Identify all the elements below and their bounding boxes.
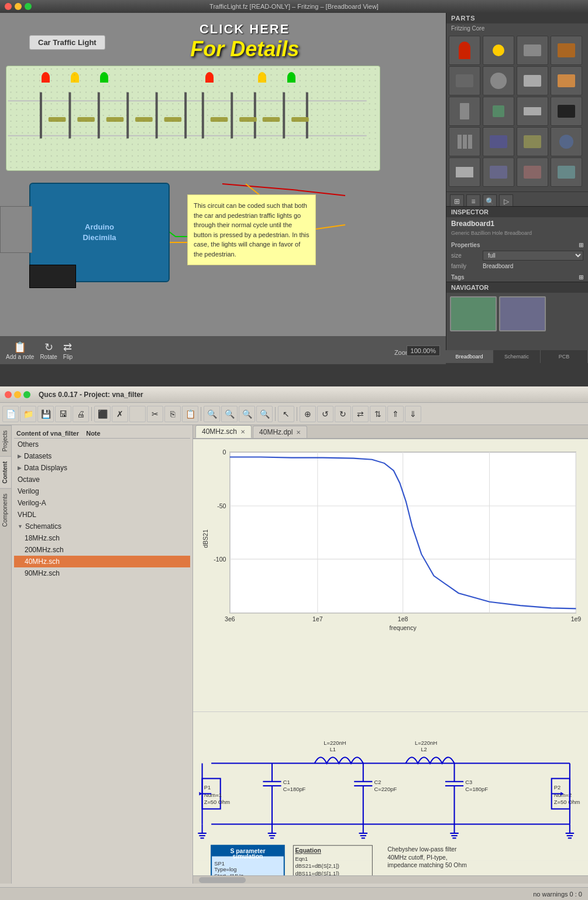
properties-section: Properties ⊞ [446, 241, 588, 249]
new-button[interactable]: 📄 [2, 406, 19, 422]
select-button[interactable]: ↖ [278, 406, 294, 422]
tree-item-18mhz[interactable]: 18MHz.sch [14, 532, 190, 544]
toolbar-separator [297, 407, 297, 421]
svg-text:dBS11=dB(S[1,1]): dBS11=dB(S[1,1]) [295, 871, 339, 875]
breadboard-tab[interactable]: Breadboard [446, 350, 493, 363]
view-tabs: Breadboard Schematic PCB [446, 350, 588, 363]
rotate-cw-button[interactable]: ↻ [335, 406, 351, 422]
pcb-tab[interactable]: PCB [541, 350, 588, 363]
tree-item-vhdl[interactable]: VHDL [14, 509, 190, 521]
qucs-minimize-button[interactable] [14, 391, 21, 398]
tree-item-40mhz[interactable]: 40MHz.sch [14, 556, 190, 567]
flip-v-button[interactable]: ⇅ [370, 406, 386, 422]
tags-section: Tags ⊞ [446, 273, 588, 282]
zoom-fit-button[interactable]: 🔍 [256, 406, 273, 422]
tree-item-others[interactable]: Others [14, 439, 190, 450]
part-item[interactable] [551, 127, 582, 156]
part-item[interactable] [483, 127, 514, 156]
qucs-tab-bar: 40MHz.sch ✕ 40MHz.dpl ✕ [193, 425, 588, 439]
delete-button[interactable]: ⬛ [94, 406, 111, 422]
tab-40mhz-dpl[interactable]: 40MHz.dpl ✕ [253, 426, 307, 438]
tab-close-icon[interactable]: ✕ [240, 429, 245, 435]
zoom-in-button[interactable]: 🔍 [204, 406, 220, 422]
svg-text:C2: C2 [374, 779, 381, 785]
svg-text:Equation: Equation [295, 847, 321, 854]
part-item[interactable] [449, 158, 480, 187]
zoom-out-button[interactable]: 🔍 [239, 406, 255, 422]
part-item[interactable] [449, 127, 480, 156]
svg-text:dBS21: dBS21 [202, 529, 209, 548]
part-item[interactable] [517, 127, 548, 156]
qucs-maximize-button[interactable] [23, 391, 30, 398]
part-item[interactable] [551, 36, 582, 65]
part-item[interactable] [483, 158, 514, 187]
breadboard-thumb[interactable] [450, 296, 497, 331]
undo-button[interactable]: ✗ [112, 406, 128, 422]
tab-close-icon[interactable]: ✕ [296, 429, 301, 436]
maximize-button[interactable] [25, 3, 32, 10]
cut-button[interactable]: ✂ [147, 406, 163, 422]
part-item[interactable] [517, 66, 548, 95]
zoom-in2-button[interactable]: 🔍 [221, 406, 238, 422]
horizontal-scrollbar[interactable] [193, 875, 588, 884]
redo-button[interactable] [129, 406, 146, 422]
part-item[interactable] [483, 97, 514, 126]
align-button[interactable]: ⇑ [387, 406, 404, 422]
minimize-button[interactable] [15, 3, 22, 10]
qucs-close-button[interactable] [5, 391, 12, 398]
part-item[interactable] [449, 66, 480, 95]
print-button[interactable]: 🖨 [73, 406, 89, 422]
saveas-button[interactable]: 🖫 [55, 406, 71, 422]
rotate-ccw-button[interactable]: ↺ [317, 406, 333, 422]
insert-port-button[interactable]: ⊕ [300, 406, 316, 422]
part-item[interactable] [517, 158, 548, 187]
scrollbar-thumb[interactable] [199, 877, 246, 883]
svg-rect-20 [263, 117, 280, 122]
size-select[interactable]: full [483, 251, 583, 261]
tree-item-datasets[interactable]: ▶ Datasets [14, 450, 190, 462]
schematic-thumb[interactable] [499, 296, 546, 331]
open-button[interactable]: 📁 [20, 406, 36, 422]
svg-text:frequency: frequency [389, 624, 417, 631]
content-tab[interactable]: Content [0, 456, 11, 488]
zoom-value: 100.00% [407, 345, 440, 356]
rotate-button[interactable]: ↻ Rotate [40, 341, 57, 360]
schematic-tab[interactable]: Schematic [493, 350, 541, 363]
copy-button[interactable]: ⎘ [164, 406, 181, 422]
part-item[interactable] [483, 66, 514, 95]
close-button[interactable] [5, 3, 12, 10]
part-item[interactable] [517, 36, 548, 65]
inspector-title: INSPECTOR [446, 207, 588, 217]
part-item[interactable] [517, 97, 548, 126]
qucs-sidebar: Projects Content Components Content of v… [0, 425, 193, 884]
part-item[interactable] [449, 97, 480, 126]
tab-40mhz-sch[interactable]: 40MHz.sch ✕ [195, 425, 252, 438]
expand-arrow: ▶ [18, 453, 22, 459]
tree-item-verilog-a[interactable]: Verilog-A [14, 497, 190, 509]
projects-tab[interactable]: Projects [0, 425, 11, 456]
components-tab[interactable]: Components [0, 488, 11, 532]
tree-item-verilog[interactable]: Verilog [14, 485, 190, 497]
align2-button[interactable]: ⇓ [405, 406, 421, 422]
tree-item-200mhz[interactable]: 200MHz.sch [14, 544, 190, 556]
flip-button[interactable]: ⇄ Flip [63, 341, 73, 360]
note-icon: 📋 [13, 341, 26, 354]
qucs-window-controls[interactable] [5, 391, 30, 398]
part-item[interactable] [449, 36, 480, 65]
tree-item-data-displays[interactable]: ▶ Data Displays [14, 462, 190, 474]
flip-h-button[interactable]: ⇄ [352, 406, 369, 422]
tree-item-90mhz[interactable]: 90MHz.sch [14, 567, 190, 579]
window-controls[interactable] [5, 3, 32, 10]
tree-item-schematics[interactable]: ▼ Schematics [14, 521, 190, 532]
paste-button[interactable]: 📋 [182, 406, 198, 422]
tree-item-octave[interactable]: Octave [14, 474, 190, 485]
save-button[interactable]: 💾 [37, 406, 54, 422]
part-item[interactable] [551, 97, 582, 126]
click-overlay[interactable]: CLICK HERE For Details [190, 22, 299, 61]
part-item[interactable] [551, 66, 582, 95]
fritzing-title: TrafficLight.fz [READ-ONLY] – Fritzing –… [209, 3, 379, 10]
part-item[interactable] [483, 36, 514, 65]
add-note-button[interactable]: 📋 Add a note [6, 341, 34, 360]
svg-text:Z=50 Ohm: Z=50 Ohm [554, 799, 580, 805]
part-item[interactable] [551, 158, 582, 187]
